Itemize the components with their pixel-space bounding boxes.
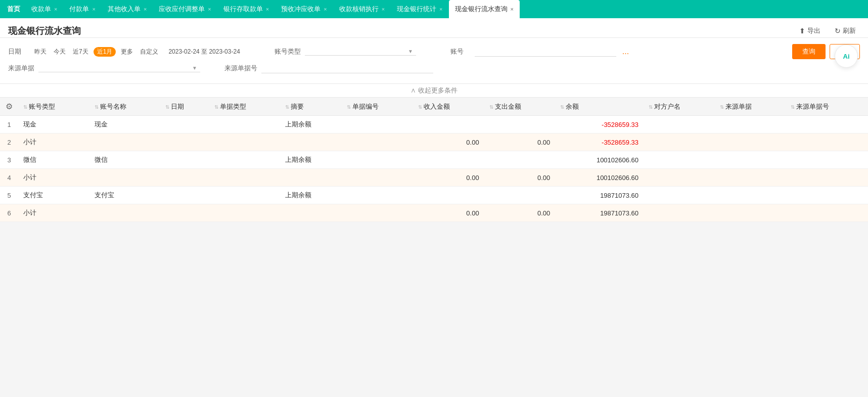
date-shortcut-1[interactable]: 今天 [52, 47, 68, 57]
table-body: 1现金现金上期余额-3528659.332小计0.000.00-3528659.… [0, 116, 868, 222]
nav-tab-其他收入单[interactable]: 其他收入单× [102, 0, 153, 18]
account-name-cell: 微信 [89, 151, 161, 169]
date-label: 日期 [8, 47, 28, 56]
top-navigation: 首页 收款单×付款单×其他收入单×应收应付调整单×银行存取款单×预收冲应收单×收… [0, 0, 868, 18]
table-settings-icon[interactable]: ⚙ [6, 102, 13, 111]
counterpart-cell [644, 151, 715, 169]
nav-tab-label: 付款单 [69, 0, 89, 18]
header-actions: ⬆ 导出 ↻ 刷新 [795, 24, 860, 37]
doc-type-cell [209, 151, 281, 169]
nav-tab-label: 应收应付调整单 [159, 0, 205, 18]
account-name-cell [89, 134, 161, 151]
col-header-source_doc_no[interactable]: ⇅来源单据号 [786, 98, 868, 116]
nav-tab-收款核销执行[interactable]: 收款核销执行× [333, 0, 391, 18]
query-button[interactable]: 查询 [792, 44, 826, 59]
source-doc-no-cell [786, 116, 868, 134]
col-label: 对方户名 [654, 103, 680, 110]
col-label: 日期 [171, 103, 184, 110]
col-label: 余额 [566, 103, 579, 110]
col-header-account_name[interactable]: ⇅账号名称 [89, 98, 161, 116]
account-input[interactable] [475, 47, 616, 57]
export-button[interactable]: ⬆ 导出 [795, 24, 825, 37]
export-icon: ⬆ [799, 27, 805, 35]
expense-cell: 0.00 [484, 169, 556, 187]
col-label: 摘要 [291, 103, 304, 110]
nav-tab-label: 现金银行流水查询 [455, 0, 508, 18]
refresh-button[interactable]: ↻ 刷新 [831, 24, 860, 37]
account-type-cell: 微信 [18, 151, 89, 169]
nav-tab-close-icon[interactable]: × [324, 0, 327, 18]
counterpart-cell [644, 116, 715, 134]
source-doc-cell [715, 134, 786, 151]
sort-icon: ⇅ [418, 104, 422, 110]
balance-cell: 100102606.60 [555, 151, 644, 169]
col-header-doc_type[interactable]: ⇅单据类型 [209, 98, 281, 116]
ai-label: Ai [843, 53, 849, 60]
nav-tab-付款单[interactable]: 付款单× [63, 0, 101, 18]
nav-tab-close-icon[interactable]: × [144, 0, 147, 18]
table-row: 6小计0.000.0019871073.60 [0, 204, 868, 222]
nav-tab-close-icon[interactable]: × [208, 0, 211, 18]
col-header-doc_no[interactable]: ⇅单据编号 [342, 98, 413, 116]
filter-area: 日期 昨天今天近7天近1月更多自定义 2023-02-24 至 2023-03-… [0, 38, 868, 84]
data-table-wrapper: ⚙⇅账号类型⇅账号名称⇅日期⇅单据类型⇅摘要⇅单据编号⇅收入金额⇅支出金额⇅余额… [0, 98, 868, 222]
nav-tab-close-icon[interactable]: × [511, 0, 514, 18]
summary-cell [280, 134, 342, 151]
filter-row-2: 来源单据 ▼ 来源单据号 [8, 63, 860, 73]
collapse-bar[interactable]: ∧ 收起更多条件 [0, 84, 868, 98]
col-header-balance[interactable]: ⇅余额 [555, 98, 644, 116]
col-header-expense[interactable]: ⇅支出金额 [484, 98, 556, 116]
col-header-summary[interactable]: ⇅摘要 [280, 98, 342, 116]
income-cell: 0.00 [413, 169, 484, 187]
account-type-cell: 小计 [18, 204, 89, 222]
sort-icon: ⇅ [285, 104, 289, 110]
source-doc-select[interactable]: ▼ [38, 64, 200, 72]
income-cell [413, 151, 484, 169]
nav-tab-现金银行流水查询[interactable]: 现金银行流水查询× [449, 0, 520, 18]
nav-tab-close-icon[interactable]: × [54, 0, 57, 18]
date-shortcut-0[interactable]: 昨天 [32, 47, 49, 57]
account-type-cell: 小计 [18, 134, 89, 151]
income-cell: 0.00 [413, 204, 484, 222]
col-header-income[interactable]: ⇅收入金额 [413, 98, 484, 116]
ai-assistant-button[interactable]: Ai [835, 45, 858, 68]
nav-tab-close-icon[interactable]: × [266, 0, 269, 18]
source-doc-no-input[interactable] [261, 63, 433, 73]
nav-home-label: 首页 [7, 0, 20, 18]
date-shortcut-3[interactable]: 近1月 [94, 47, 116, 57]
nav-tab-收款单[interactable]: 收款单× [25, 0, 63, 18]
nav-tab-close-icon[interactable]: × [92, 0, 95, 18]
account-dots-button[interactable]: ... [620, 46, 631, 57]
income-cell [413, 116, 484, 134]
nav-tab-close-icon[interactable]: × [382, 0, 385, 18]
sort-icon: ⇅ [791, 104, 795, 110]
col-label: 来源单据号 [796, 103, 829, 110]
nav-tab-银行存取款单[interactable]: 银行存取款单× [217, 0, 275, 18]
nav-tab-现金银行统计[interactable]: 现金银行统计× [391, 0, 448, 18]
date-shortcut-5[interactable]: 自定义 [138, 47, 160, 57]
date-cell [160, 134, 209, 151]
account-label: 账号 [450, 47, 471, 56]
sort-icon: ⇅ [720, 104, 724, 110]
date-shortcut-2[interactable]: 近7天 [71, 47, 90, 57]
nav-home[interactable]: 首页 [2, 0, 25, 18]
col-header-date[interactable]: ⇅日期 [160, 98, 209, 116]
source-doc-no-cell [786, 151, 868, 169]
account-type-cell: 支付宝 [18, 187, 89, 204]
account-type-select[interactable]: ▼ [305, 48, 416, 56]
page-header: 现金银行流水查询 ⬆ 导出 ↻ 刷新 [0, 18, 868, 38]
nav-tab-预收冲应收单[interactable]: 预收冲应收单× [275, 0, 333, 18]
col-header-source_doc[interactable]: ⇅来源单据 [715, 98, 786, 116]
col-header-account_type[interactable]: ⇅账号类型 [18, 98, 89, 116]
doc-type-cell [209, 116, 281, 134]
col-header-counterpart[interactable]: ⇅对方户名 [644, 98, 715, 116]
nav-tab-应收应付调整单[interactable]: 应收应付调整单× [153, 0, 217, 18]
source-doc-no-cell [786, 187, 868, 204]
date-shortcut-4[interactable]: 更多 [119, 47, 135, 57]
sort-icon: ⇅ [649, 104, 653, 110]
counterpart-cell [644, 134, 715, 151]
source-doc-cell [715, 116, 786, 134]
data-table: ⚙⇅账号类型⇅账号名称⇅日期⇅单据类型⇅摘要⇅单据编号⇅收入金额⇅支出金额⇅余额… [0, 98, 868, 222]
nav-tab-close-icon[interactable]: × [439, 0, 442, 18]
sort-icon: ⇅ [214, 104, 218, 110]
